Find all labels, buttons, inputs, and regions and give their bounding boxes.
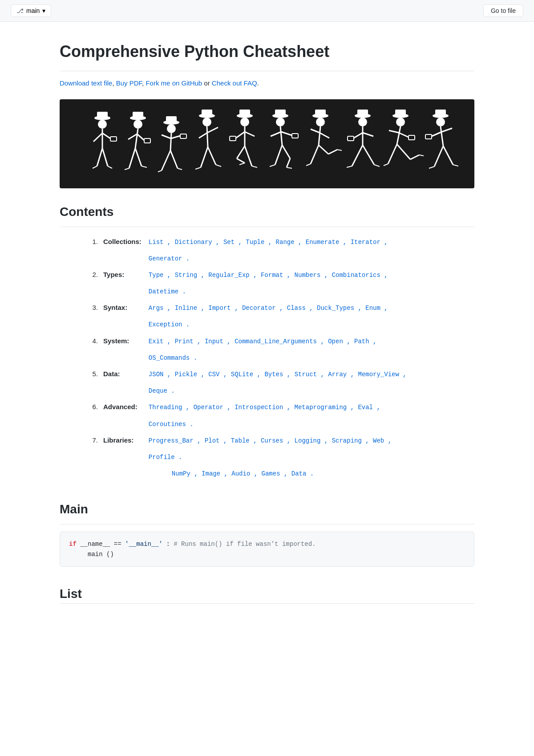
toc-empty bbox=[100, 350, 145, 366]
toc-link[interactable]: Operator bbox=[194, 404, 223, 411]
toc-label: Data: bbox=[100, 366, 145, 383]
svg-line-110 bbox=[429, 167, 434, 168]
toc-links: JSON , Pickle , CSV , SQLite , Bytes , S… bbox=[145, 366, 474, 383]
svg-rect-61 bbox=[292, 134, 298, 138]
toc-link[interactable]: Exception bbox=[149, 321, 182, 328]
toc-link[interactable]: Iterator bbox=[351, 239, 380, 246]
svg-rect-79 bbox=[357, 110, 368, 116]
toc-link[interactable]: CSV bbox=[208, 371, 219, 378]
svg-line-100 bbox=[419, 155, 424, 156]
toc-link[interactable]: Import bbox=[208, 305, 231, 312]
toc-link[interactable]: Numbers bbox=[295, 272, 321, 279]
toc-link[interactable]: Exit bbox=[149, 338, 164, 345]
download-link[interactable]: Download text file bbox=[60, 79, 112, 87]
toc-link[interactable]: Range bbox=[276, 239, 295, 246]
toc-link[interactable]: Input bbox=[205, 338, 223, 345]
toc-label: Libraries: bbox=[100, 433, 145, 449]
comment-1: # Runs main() if file wasn't imported. bbox=[174, 541, 316, 548]
toc-link[interactable]: Profile bbox=[149, 454, 175, 461]
links-line: Download text file, Buy PDF, Fork me on … bbox=[60, 78, 474, 89]
toc-link[interactable]: Coroutines bbox=[149, 421, 186, 428]
svg-rect-83 bbox=[348, 136, 354, 141]
svg-rect-95 bbox=[409, 135, 415, 140]
toc-link[interactable]: Class bbox=[287, 305, 306, 312]
toc-link[interactable]: Args bbox=[149, 305, 164, 312]
svg-line-77 bbox=[337, 150, 342, 150]
toc-link[interactable]: Datetime bbox=[149, 288, 178, 295]
toc-link[interactable]: JSON bbox=[149, 371, 164, 378]
toc-link[interactable]: List bbox=[149, 239, 164, 246]
toc-number: 5. bbox=[60, 366, 100, 383]
branch-selector[interactable]: ⎇ main ▾ bbox=[11, 4, 51, 17]
svg-line-26 bbox=[162, 135, 171, 138]
svg-line-85 bbox=[352, 145, 363, 166]
toc-link[interactable]: Data bbox=[291, 470, 307, 477]
toc-link[interactable]: Eval bbox=[358, 404, 373, 411]
toc-link[interactable]: Generator bbox=[149, 255, 182, 262]
code-text-2: : bbox=[166, 541, 174, 548]
toc-link[interactable]: Scraping bbox=[332, 437, 362, 444]
toc-link[interactable]: Inline bbox=[175, 305, 197, 312]
toc-row: 3.Syntax:Args , Inline , Import , Decora… bbox=[60, 300, 474, 317]
toc-link[interactable]: String bbox=[175, 272, 197, 279]
toc-label: Advanced: bbox=[100, 399, 145, 416]
toc-link[interactable]: Tuple bbox=[246, 239, 264, 246]
toc-link[interactable]: Plot bbox=[205, 437, 220, 444]
toc-link[interactable]: Command_Line_Arguments bbox=[235, 338, 317, 345]
toc-link[interactable]: Image bbox=[202, 470, 220, 477]
toc-link[interactable]: Enumerate bbox=[306, 239, 340, 246]
toc-link[interactable]: Audio bbox=[231, 470, 250, 477]
toc-link[interactable]: Pickle bbox=[175, 371, 197, 378]
pdf-link[interactable]: Buy PDF bbox=[116, 79, 142, 87]
toc-link[interactable]: Threading bbox=[149, 404, 182, 411]
toc-links: Exit , Print , Input , Command_Line_Argu… bbox=[145, 333, 474, 350]
toc-link[interactable]: Duck_Types bbox=[317, 305, 354, 312]
toc-link[interactable]: Decorator bbox=[242, 305, 276, 312]
toc-link[interactable]: Path bbox=[354, 338, 369, 345]
toc-link[interactable]: Deque bbox=[149, 387, 167, 394]
toc-continuation-row: OS_Commands . bbox=[60, 350, 474, 366]
toc-link[interactable]: Web bbox=[373, 437, 384, 444]
toc-label: System: bbox=[100, 333, 145, 350]
toc-link[interactable]: Logging bbox=[295, 437, 321, 444]
code-line-2: main () bbox=[69, 549, 465, 559]
toc-link[interactable]: Combinatorics bbox=[332, 272, 380, 279]
go-to-file-button[interactable]: Go to file bbox=[483, 4, 523, 17]
toc-link[interactable]: Metaprograming bbox=[295, 404, 347, 411]
toc-link[interactable]: Regular_Exp bbox=[208, 272, 249, 279]
toc-link[interactable]: Set bbox=[223, 239, 235, 246]
toc-link[interactable]: Games bbox=[262, 470, 280, 477]
toc-links: Threading , Operator , Introspection , M… bbox=[145, 399, 474, 416]
toc-link[interactable]: OS_Commands bbox=[149, 354, 190, 362]
svg-line-84 bbox=[363, 133, 373, 136]
svg-rect-34 bbox=[202, 110, 212, 116]
toc-link[interactable]: NumPy bbox=[172, 470, 190, 477]
svg-line-66 bbox=[287, 167, 292, 168]
faq-link[interactable]: Check out FAQ bbox=[212, 79, 257, 87]
toc-link[interactable]: Open bbox=[328, 338, 343, 345]
svg-rect-12 bbox=[133, 112, 143, 118]
toc-link[interactable]: SQLite bbox=[231, 371, 253, 378]
list-heading: List bbox=[60, 585, 474, 603]
toc-empty bbox=[60, 350, 100, 366]
toc-link[interactable]: Print bbox=[175, 338, 194, 345]
svg-line-47 bbox=[236, 132, 245, 138]
svg-line-96 bbox=[388, 144, 397, 164]
toc-link[interactable]: Struct bbox=[295, 371, 317, 378]
toc-continuation-row: Exception . bbox=[60, 317, 474, 333]
toc-link[interactable]: Enum bbox=[365, 305, 380, 312]
toc-link[interactable]: Introspection bbox=[235, 404, 283, 411]
toc-link[interactable]: Array bbox=[328, 371, 347, 378]
toc-link[interactable]: Curses bbox=[261, 437, 283, 444]
toc-link[interactable]: Bytes bbox=[264, 371, 283, 378]
fork-link[interactable]: Fork me on GitHub bbox=[146, 79, 202, 87]
toc-link[interactable]: Format bbox=[261, 272, 283, 279]
toc-link[interactable]: Type bbox=[149, 272, 164, 279]
toc-link[interactable]: Memory_View bbox=[358, 371, 399, 378]
toc-link[interactable]: Dictionary bbox=[175, 239, 212, 246]
toc-empty bbox=[60, 449, 100, 466]
svg-rect-107 bbox=[425, 134, 432, 139]
svg-line-9 bbox=[93, 166, 97, 168]
toc-link[interactable]: Progress_Bar bbox=[149, 437, 194, 444]
toc-link[interactable]: Table bbox=[231, 437, 250, 444]
